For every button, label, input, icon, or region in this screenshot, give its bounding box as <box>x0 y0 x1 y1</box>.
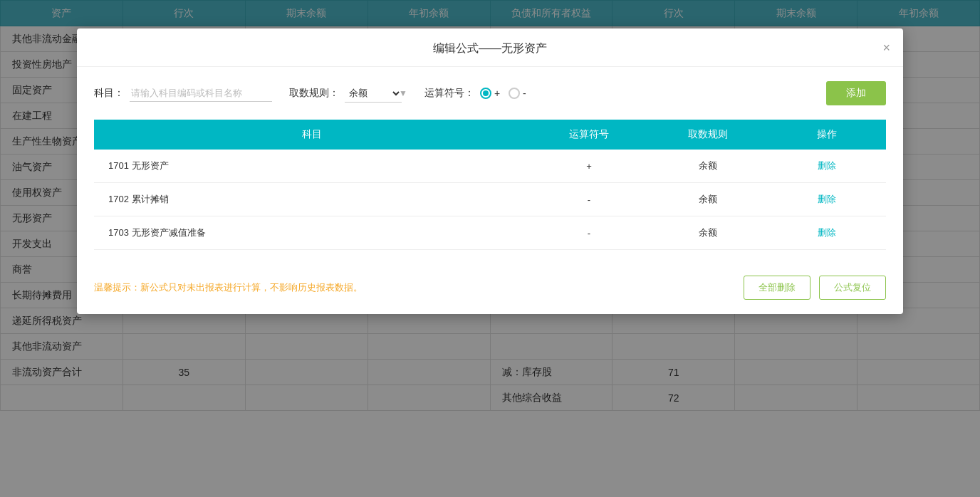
formula-rule: 余额 <box>648 183 767 216</box>
table-header-operator: 运算符号 <box>530 120 649 150</box>
formula-action: 删除 <box>767 183 886 216</box>
subject-label: 科目： <box>94 87 124 100</box>
footer-tip: 温馨提示：新公式只对未出报表进行计算，不影响历史报表数据。 <box>94 281 363 294</box>
radio-minus-circle <box>509 88 520 99</box>
radio-minus-label: - <box>523 88 526 99</box>
table-header-subject: 科目 <box>94 120 530 150</box>
formula-operator: - <box>530 183 649 216</box>
rule-select-wrapper: 余额 借方发生额 贷方发生额 借方累计 贷方累计 ▼ <box>345 84 407 103</box>
formula-table: 科目 运算符号 取数规则 操作 1701 无形资产+余额删除1702 累计摊销-… <box>94 120 886 250</box>
delete-row-0-button[interactable]: 删除 <box>818 159 836 172</box>
radio-minus[interactable]: - <box>509 88 526 99</box>
modal-footer: 温馨提示：新公式只对未出报表进行计算，不影响历史报表数据。 全部删除 公式复位 <box>77 264 903 314</box>
rule-select[interactable]: 余额 借方发生额 贷方发生额 借方累计 贷方累计 <box>345 84 402 103</box>
operator-label: 运算符号： <box>424 87 474 100</box>
table-header-rule: 取数规则 <box>648 120 767 150</box>
radio-plus[interactable]: + <box>480 88 500 99</box>
delete-row-2-button[interactable]: 删除 <box>818 226 836 239</box>
formula-row: 1701 无形资产+余额删除 <box>94 150 886 183</box>
radio-plus-circle <box>480 88 491 99</box>
formula-subject: 1701 无形资产 <box>94 150 530 183</box>
radio-plus-label: + <box>494 88 500 99</box>
add-button[interactable]: 添加 <box>826 81 886 105</box>
rule-group: 取数规则： 余额 借方发生额 贷方发生额 借方累计 贷方累计 ▼ <box>289 84 407 103</box>
formula-action: 删除 <box>767 150 886 183</box>
formula-rule: 余额 <box>648 216 767 250</box>
rule-label: 取数规则： <box>289 87 339 100</box>
formula-row: 1702 累计摊销-余额删除 <box>94 183 886 216</box>
modal-overlay: 编辑公式——无形资产 × 科目： 取数规则： 余额 借方发生额 贷方发生额 <box>0 0 980 497</box>
modal-dialog: 编辑公式——无形资产 × 科目： 取数规则： 余额 借方发生额 贷方发生额 <box>77 28 903 314</box>
modal-title: 编辑公式——无形资产 <box>433 42 547 54</box>
modal-body: 科目： 取数规则： 余额 借方发生额 贷方发生额 借方累计 贷方累计 ▼ <box>77 67 903 264</box>
table-header-action: 操作 <box>767 120 886 150</box>
footer-buttons: 全部删除 公式复位 <box>744 276 886 300</box>
delete-all-button[interactable]: 全部删除 <box>744 276 810 300</box>
formula-row: 1703 无形资产减值准备-余额删除 <box>94 216 886 250</box>
reset-formula-button[interactable]: 公式复位 <box>819 276 886 300</box>
delete-row-1-button[interactable]: 删除 <box>818 193 836 206</box>
formula-operator: + <box>530 150 649 183</box>
subject-input[interactable] <box>130 85 272 102</box>
select-arrow-icon: ▼ <box>399 88 407 98</box>
form-row: 科目： 取数规则： 余额 借方发生额 贷方发生额 借方累计 贷方累计 ▼ <box>94 81 886 105</box>
radio-group: + - <box>480 88 526 99</box>
operator-group: 运算符号： + - <box>424 87 526 100</box>
modal-close-button[interactable]: × <box>882 41 890 54</box>
modal-header: 编辑公式——无形资产 × <box>77 28 903 67</box>
formula-operator: - <box>530 216 649 250</box>
formula-subject: 1702 累计摊销 <box>94 183 530 216</box>
formula-action: 删除 <box>767 216 886 250</box>
subject-group: 科目： <box>94 85 272 102</box>
formula-subject: 1703 无形资产减值准备 <box>94 216 530 250</box>
formula-rule: 余额 <box>648 150 767 183</box>
